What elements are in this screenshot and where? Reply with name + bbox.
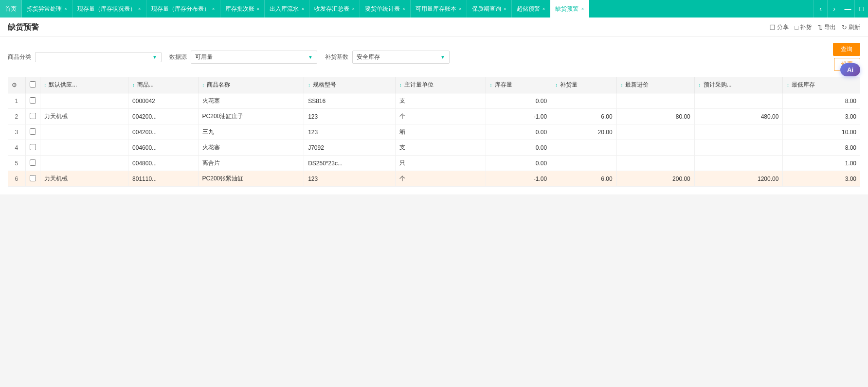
tab-home[interactable]: 首页 bbox=[0, 0, 22, 18]
row-product-name-5: 离合片 bbox=[198, 156, 304, 171]
row-min-stock-2: 3.00 bbox=[783, 109, 860, 124]
select-all-checkbox[interactable] bbox=[30, 81, 36, 88]
row-check-4[interactable] bbox=[25, 140, 40, 156]
replenish-base-filter-label: 补货基数 bbox=[325, 53, 348, 61]
tab-order-stats[interactable]: 要货单统计表 × bbox=[360, 0, 411, 18]
tab-available-ledger[interactable]: 可用量库存账本 × bbox=[411, 0, 467, 18]
product-code-col-label: 商品... bbox=[137, 81, 154, 88]
datasource-filter-label: 数据源 bbox=[169, 53, 187, 61]
query-button[interactable]: 查询 bbox=[833, 43, 860, 56]
row-est-purchase-4 bbox=[694, 140, 783, 156]
row-est-purchase-2: 480.00 bbox=[694, 109, 783, 124]
close-expiry-query-icon[interactable]: × bbox=[504, 6, 506, 12]
share-button[interactable]: ❐ 分享 bbox=[770, 23, 789, 32]
close-inout-flow-icon[interactable]: × bbox=[301, 6, 304, 12]
replenish-label: 补货 bbox=[800, 23, 812, 32]
est-purchase-sort-icon[interactable]: ↕ bbox=[699, 83, 701, 88]
row-product-name-6: PC200张紧油缸 bbox=[198, 171, 304, 187]
row-check-6[interactable] bbox=[25, 171, 40, 187]
page-header: 缺货预警 ❐ 分享 □ 补货 ⇅ 导出 ↻ 刷新 bbox=[0, 18, 868, 37]
row-checkbox-3[interactable] bbox=[30, 128, 36, 135]
scroll-left-btn[interactable]: ‹ bbox=[814, 0, 827, 18]
row-check-5[interactable] bbox=[25, 156, 40, 171]
row-checkbox-5[interactable] bbox=[30, 159, 36, 166]
tab-inventory-status-label: 现存量（库存状况表） bbox=[77, 5, 136, 13]
unit-sort-icon[interactable]: ↕ bbox=[399, 83, 402, 88]
minimize-btn[interactable]: — bbox=[841, 0, 854, 18]
row-check-3[interactable] bbox=[25, 124, 40, 140]
close-batch-ledger-icon[interactable]: × bbox=[257, 6, 260, 12]
product-name-col-label: 商品名称 bbox=[207, 81, 230, 88]
tab-expiry-query[interactable]: 保质期查询 × bbox=[467, 0, 512, 18]
row-checkbox-6[interactable] bbox=[30, 175, 36, 181]
row-product-name-4: 火花塞 bbox=[198, 140, 304, 156]
row-supplier-1 bbox=[40, 93, 128, 109]
row-min-stock-5: 1.00 bbox=[783, 156, 860, 171]
row-est-purchase-6: 1200.00 bbox=[694, 171, 783, 187]
tab-receive-summary-label: 收发存汇总表 bbox=[314, 5, 349, 13]
maximize-btn[interactable]: □ bbox=[854, 0, 868, 18]
row-latest-price-4 bbox=[616, 140, 694, 156]
refresh-button[interactable]: ↻ 刷新 bbox=[842, 23, 860, 32]
stock-sort-icon[interactable]: ↕ bbox=[490, 83, 492, 88]
close-available-ledger-icon[interactable]: × bbox=[459, 6, 462, 12]
tab-shortage-warning[interactable]: 缺货预警 × bbox=[550, 0, 589, 18]
category-dropdown-icon: ▼ bbox=[152, 54, 157, 60]
replenish-sort-icon[interactable]: ↕ bbox=[555, 83, 558, 88]
row-min-stock-4: 8.00 bbox=[783, 140, 860, 156]
tab-inventory-dist[interactable]: 现存量（库存分布表） × bbox=[146, 0, 220, 18]
min-stock-col-label: 最低库存 bbox=[792, 81, 815, 88]
row-min-stock-3: 10.00 bbox=[783, 124, 860, 140]
supplier-sort-icon[interactable]: ↕ bbox=[44, 83, 47, 88]
spec-sort-icon[interactable]: ↕ bbox=[308, 83, 310, 88]
tab-pick-exception[interactable]: 拣货异常处理 × bbox=[22, 0, 72, 18]
table-row: 1 0000042 火花塞 SS816 支 0.00 8.00 bbox=[8, 93, 860, 109]
row-checkbox-1[interactable] bbox=[30, 97, 36, 104]
product-code-sort-icon[interactable]: ↕ bbox=[132, 83, 135, 88]
row-latest-price-2: 80.00 bbox=[616, 109, 694, 124]
row-replenish-2: 6.00 bbox=[551, 109, 616, 124]
tab-receive-summary[interactable]: 收发存汇总表 × bbox=[309, 0, 360, 18]
row-num-1: 1 bbox=[8, 93, 25, 109]
close-overstock-warning-icon[interactable]: × bbox=[542, 6, 545, 12]
row-num-2: 2 bbox=[8, 109, 25, 124]
row-num-3: 3 bbox=[8, 124, 25, 140]
row-checkbox-2[interactable] bbox=[30, 113, 36, 119]
product-name-sort-icon[interactable]: ↕ bbox=[202, 83, 205, 88]
gear-settings-icon[interactable]: ⚙ bbox=[12, 82, 17, 88]
tab-inventory-status[interactable]: 现存量（库存状况表） × bbox=[72, 0, 146, 18]
col-stock-header: ↕ 库存量 bbox=[486, 77, 551, 93]
close-pick-exception-icon[interactable]: × bbox=[64, 6, 67, 12]
close-shortage-warning-icon[interactable]: × bbox=[581, 6, 584, 12]
row-checkbox-4[interactable] bbox=[30, 144, 36, 150]
latest-price-sort-icon[interactable]: ↕ bbox=[621, 83, 623, 88]
replenish-base-select[interactable]: 安全库存 ▼ bbox=[352, 51, 450, 64]
tab-order-stats-label: 要货单统计表 bbox=[365, 5, 400, 13]
tab-inout-flow[interactable]: 出入库流水 × bbox=[265, 0, 309, 18]
row-latest-price-5 bbox=[616, 156, 694, 171]
row-check-1[interactable] bbox=[25, 93, 40, 109]
header-actions: ❐ 分享 □ 补货 ⇅ 导出 ↻ 刷新 bbox=[770, 23, 860, 32]
col-unit-header: ↕ 主计量单位 bbox=[395, 77, 486, 93]
table-row: 5 004800... 离合片 DS250*23c... 只 0.00 1.00 bbox=[8, 156, 860, 171]
close-order-stats-icon[interactable]: × bbox=[402, 6, 405, 12]
table-header-row: ⚙ ↕ 默认供应... ↕ 商品... ↕ 商品名称 bbox=[8, 77, 860, 93]
row-product-code-2: 004200... bbox=[128, 109, 198, 124]
col-replenish-header: ↕ 补货量 bbox=[551, 77, 616, 93]
replenish-button[interactable]: □ 补货 bbox=[795, 23, 812, 32]
close-inventory-status-icon[interactable]: × bbox=[138, 6, 141, 12]
close-receive-summary-icon[interactable]: × bbox=[352, 6, 355, 12]
category-select[interactable]: ▼ bbox=[35, 52, 162, 62]
ai-assistant-button[interactable]: Ai bbox=[840, 63, 860, 76]
close-inventory-dist-icon[interactable]: × bbox=[212, 6, 215, 12]
tab-available-ledger-label: 可用量库存账本 bbox=[416, 5, 456, 13]
min-stock-sort-icon[interactable]: ↕ bbox=[787, 83, 789, 88]
tab-overstock-warning[interactable]: 超储预警 × bbox=[512, 0, 551, 18]
scroll-right-btn[interactable]: › bbox=[827, 0, 841, 18]
export-button[interactable]: ⇅ 导出 bbox=[817, 23, 836, 32]
tab-batch-ledger[interactable]: 库存批次账 × bbox=[220, 0, 265, 18]
refresh-icon: ↻ bbox=[842, 24, 847, 31]
row-check-2[interactable] bbox=[25, 109, 40, 124]
shortage-warning-table: ⚙ ↕ 默认供应... ↕ 商品... ↕ 商品名称 bbox=[8, 77, 860, 187]
datasource-select[interactable]: 可用量 ▼ bbox=[191, 51, 317, 64]
